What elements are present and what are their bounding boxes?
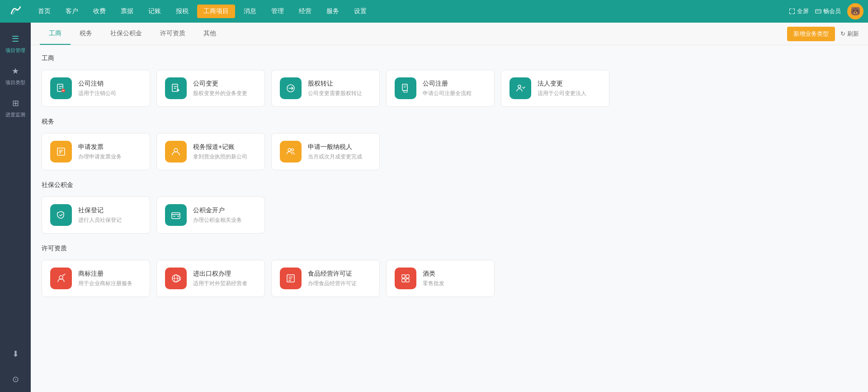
card-desc-商标注册: 用于企业商标注册服务 xyxy=(78,280,142,287)
card-公司注销[interactable]: 公司注销 适用于注销公司 xyxy=(42,70,150,107)
card-icon-法人变更 xyxy=(509,77,531,99)
top-navigation: 首页客户收费票据记账报税工商项目消息管理经营服务设置 全屏 畅会员 🐻 xyxy=(0,0,868,23)
card-公积金开户[interactable]: 公积金开户 办理公积金相关业务 xyxy=(156,196,265,234)
content-area: 工商税务社保公积金许可资质其他 新增业务类型 ↻ 刷新 工商 公司注销 适用于注… xyxy=(31,23,868,392)
card-name-股权转让: 股权转让 xyxy=(308,80,371,88)
fullscreen-button[interactable]: 全屏 xyxy=(789,7,809,15)
top-nav-right: 全屏 畅会员 🐻 xyxy=(789,3,863,19)
tab-工商[interactable]: 工商 xyxy=(40,23,71,45)
card-desc-公司注销: 适用于注销公司 xyxy=(78,90,142,97)
tab-社保公积金[interactable]: 社保公积金 xyxy=(101,23,151,45)
card-icon-食品经营许可证 xyxy=(280,268,302,289)
card-name-食品经营许可证: 食品经营许可证 xyxy=(308,270,371,278)
content-scroll[interactable]: 工商 公司注销 适用于注销公司 公司变更 股权变更外的业务变更 股权转让 公 xyxy=(31,45,868,392)
nav-item-工商项目[interactable]: 工商项目 xyxy=(197,5,235,18)
svg-rect-27 xyxy=(406,275,409,278)
logo[interactable] xyxy=(5,5,27,18)
sidebar-icon-项目管理: ☰ xyxy=(9,33,22,45)
card-desc-法人变更: 适用于公司变更法人 xyxy=(538,90,601,97)
card-desc-申请一般纳税人: 当月或次月成变更完成 xyxy=(308,153,371,161)
card-食品经营许可证[interactable]: 食品经营许可证 办理食品经营许可证 xyxy=(271,260,380,297)
card-icon-公司注册 xyxy=(395,77,416,99)
nav-item-经营[interactable]: 经营 xyxy=(292,5,318,18)
nav-item-管理[interactable]: 管理 xyxy=(265,5,290,18)
card-text-商标注册: 商标注册 用于企业商标注册服务 xyxy=(78,270,142,287)
svg-rect-29 xyxy=(406,279,409,282)
nav-item-设置[interactable]: 设置 xyxy=(348,5,373,18)
refresh-button[interactable]: ↻ 刷新 xyxy=(840,30,859,38)
card-申请一般纳税人[interactable]: 申请一般纳税人 当月或次月成变更完成 xyxy=(271,133,380,170)
cards-grid-社保公积金: 社保登记 进行人员社保登记 公积金开户 办理公积金相关业务 xyxy=(42,196,857,234)
card-酒类[interactable]: 酒类 零售批发 xyxy=(386,260,495,297)
sidebar-label: 进度监测 xyxy=(5,111,25,118)
nav-item-客户[interactable]: 客户 xyxy=(59,5,85,18)
new-type-button[interactable]: 新增业务类型 xyxy=(787,27,835,41)
nav-item-服务[interactable]: 服务 xyxy=(320,5,345,18)
nav-item-票据[interactable]: 票据 xyxy=(114,5,140,18)
svg-rect-7 xyxy=(794,12,795,14)
svg-rect-3 xyxy=(794,9,795,11)
card-desc-酒类: 零售批发 xyxy=(423,280,486,287)
card-社保登记[interactable]: 社保登记 进行人员社保登记 xyxy=(42,196,150,234)
tab-税务[interactable]: 税务 xyxy=(71,23,101,45)
svg-rect-1 xyxy=(789,9,790,11)
vip-button[interactable]: 畅会员 xyxy=(815,7,841,15)
card-icon-公积金开户 xyxy=(165,204,187,226)
sidebar-bottom-item-1[interactable]: ⊙ xyxy=(0,367,31,392)
tab-其他[interactable]: 其他 xyxy=(194,23,225,45)
tabs-header: 工商税务社保公积金许可资质其他 新增业务类型 ↻ 刷新 xyxy=(31,23,868,45)
nav-item-收费[interactable]: 收费 xyxy=(87,5,112,18)
svg-rect-28 xyxy=(402,279,405,282)
card-申请发票[interactable]: 申请发票 办理申请发票业务 xyxy=(42,133,150,170)
card-text-酒类: 酒类 零售批发 xyxy=(423,270,486,287)
cards-grid-许可资质: 商标注册 用于企业商标注册服务 进出口权办理 适用于对外贸易经营者 食品经营许可… xyxy=(42,260,857,297)
card-icon-公司注销 xyxy=(50,77,72,99)
card-name-社保登记: 社保登记 xyxy=(78,206,142,215)
card-税务报道+记账[interactable]: 税务报道+记账 拿到营业执照的新公司 xyxy=(156,133,265,170)
tabs-list: 工商税务社保公积金许可资质其他 xyxy=(40,23,787,45)
svg-point-18 xyxy=(288,148,291,151)
sidebar-icon-项目类型: ★ xyxy=(9,65,22,77)
card-name-公司注销: 公司注销 xyxy=(78,80,142,88)
nav-item-记账[interactable]: 记账 xyxy=(142,5,167,18)
nav-item-消息[interactable]: 消息 xyxy=(237,5,263,18)
nav-item-首页[interactable]: 首页 xyxy=(32,5,57,18)
sidebar-bottom-icon-0: ⬇ xyxy=(9,348,22,360)
tab-许可资质[interactable]: 许可资质 xyxy=(151,23,194,45)
cards-grid-工商: 公司注销 适用于注销公司 公司变更 股权变更外的业务变更 股权转让 公司变更需要… xyxy=(42,70,857,107)
sidebar-label: 项目管理 xyxy=(5,47,25,54)
card-text-公司变更: 公司变更 股权变更外的业务变更 xyxy=(193,80,256,97)
section-title-社保公积金: 社保公积金 xyxy=(42,181,857,189)
card-公司注册[interactable]: 公司注册 申请公司注册全流程 xyxy=(386,70,495,107)
card-desc-食品经营许可证: 办理食品经营许可证 xyxy=(308,280,371,287)
svg-rect-26 xyxy=(402,275,405,278)
card-desc-税务报道+记账: 拿到营业执照的新公司 xyxy=(193,153,256,161)
svg-point-19 xyxy=(292,149,294,151)
sidebar-item-项目管理[interactable]: ☰ 项目管理 xyxy=(0,27,31,59)
card-name-税务报道+记账: 税务报道+记账 xyxy=(193,143,256,151)
card-desc-进出口权办理: 适用于对外贸易经营者 xyxy=(193,280,256,287)
section-title-税务: 税务 xyxy=(42,118,857,126)
sidebar-item-进度监测[interactable]: ⊞ 进度监测 xyxy=(0,91,31,124)
card-商标注册[interactable]: 商标注册 用于企业商标注册服务 xyxy=(42,260,150,297)
card-text-食品经营许可证: 食品经营许可证 办理食品经营许可证 xyxy=(308,270,371,287)
card-name-申请一般纳税人: 申请一般纳税人 xyxy=(308,143,371,151)
card-icon-申请发票 xyxy=(50,141,72,163)
card-text-法人变更: 法人变更 适用于公司变更法人 xyxy=(538,80,601,97)
card-text-税务报道+记账: 税务报道+记账 拿到营业执照的新公司 xyxy=(193,143,256,161)
nav-items: 首页客户收费票据记账报税工商项目消息管理经营服务设置 xyxy=(32,5,789,18)
card-icon-股权转让 xyxy=(280,77,302,99)
nav-item-报税[interactable]: 报税 xyxy=(170,5,195,18)
svg-rect-20 xyxy=(172,213,180,219)
card-股权转让[interactable]: 股权转让 公司变更需要股权转让 xyxy=(271,70,380,107)
sidebar-bottom-item-0[interactable]: ⬇ xyxy=(0,341,31,367)
svg-point-15 xyxy=(518,85,521,88)
section-title-许可资质: 许可资质 xyxy=(42,244,857,253)
sidebar-bottom-icon-1: ⊙ xyxy=(9,373,22,386)
card-公司变更[interactable]: 公司变更 股权变更外的业务变更 xyxy=(156,70,265,107)
main-layout: ☰ 项目管理 ★ 项目类型 ⊞ 进度监测 ⬇⊙ 工商税务社保公积金许可资质其他 … xyxy=(0,23,868,392)
sidebar-item-项目类型[interactable]: ★ 项目类型 xyxy=(0,59,31,91)
card-icon-进出口权办理 xyxy=(165,268,187,289)
card-法人变更[interactable]: 法人变更 适用于公司变更法人 xyxy=(501,70,609,107)
card-进出口权办理[interactable]: 进出口权办理 适用于对外贸易经营者 xyxy=(156,260,265,297)
